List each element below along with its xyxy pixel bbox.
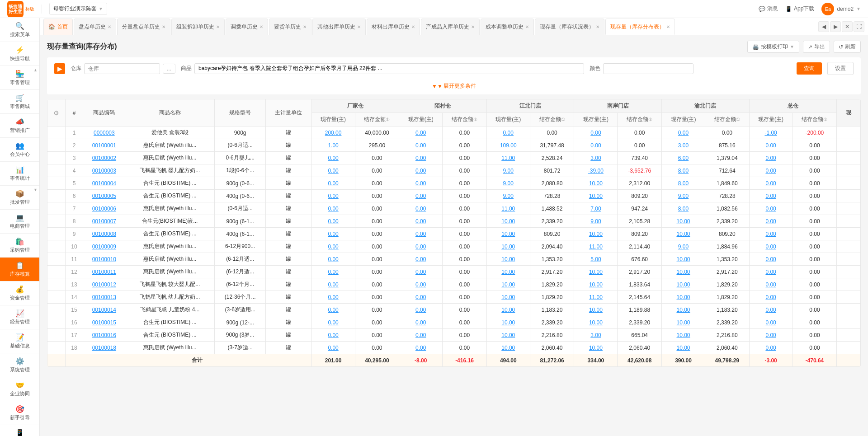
tab-transfer[interactable]: 调拨单历史 ✕ xyxy=(226,19,268,35)
th-unit: 主计量单位 xyxy=(266,99,311,127)
tab-stockdist[interactable]: 现存量（库存分布表） ✕ xyxy=(605,19,675,35)
sidebar-item-wholesale[interactable]: 📦 批发管理 ▼ xyxy=(0,186,39,210)
chevron-down-icon4: ▼ xyxy=(790,44,794,49)
th-settings[interactable]: ⚙ xyxy=(47,99,66,127)
enterprise-icon: 🤝 xyxy=(2,381,38,389)
tab-productin[interactable]: 产成品入库单历史 ✕ xyxy=(421,19,480,35)
close-icon[interactable]: ✕ xyxy=(471,24,475,29)
sidebar-item-basic[interactable]: 📝 基础信息 xyxy=(0,329,39,353)
close-icon[interactable]: ✕ xyxy=(108,24,111,29)
sidebar-item-guide[interactable]: 🎯 新手引导 xyxy=(0,401,39,425)
user-menu[interactable]: Ea demo2 ▼ xyxy=(821,3,861,15)
operation-icon: 📈 xyxy=(2,309,38,318)
close-icon[interactable]: ✕ xyxy=(303,24,307,29)
tab-stocktable[interactable]: 现存量（库存状况表） ✕ xyxy=(535,19,604,35)
th-nanam-amt: 结存金额① xyxy=(618,113,661,127)
phone-icon: 📱 xyxy=(785,6,792,12)
table-row: 600100005合生元 (BIOSTIME) ...400g (0-6...罐… xyxy=(47,190,861,202)
header-actions: 🖨️ 按模板打印 ▼ ↗ 导出 ↺ 刷新 xyxy=(747,41,861,53)
chevron-down-icon3: ▼ xyxy=(33,188,38,192)
expand-conditions-btn[interactable]: ▼▼ 展开更多条件 xyxy=(432,82,476,90)
table-row: 1200100011惠氏启赋 (Wyeth illu...(6-12月适...罐… xyxy=(47,266,861,278)
tab-inventory2[interactable]: 分量盘点单历史 ✕ xyxy=(117,19,170,35)
sidebar-item-system[interactable]: ⚙️ 系统管理 xyxy=(0,353,39,377)
table-row: 800100007合生元(BIOSTIME)液...900g (6-1...罐0… xyxy=(47,215,861,228)
query-btn[interactable]: 查询 xyxy=(797,62,822,75)
close-icon[interactable]: ✕ xyxy=(357,24,361,29)
top-bar: 畅捷通好生意 标版 母婴行业演示陈套 ▼ 💬 消息 📱 App下载 Ea dem… xyxy=(0,0,868,18)
sidebar-item-retail-mgmt[interactable]: 🏪 零售管理 ▲ xyxy=(0,66,39,90)
search-icon: 🔍 xyxy=(2,22,38,30)
close-icon[interactable]: ✕ xyxy=(525,24,529,29)
th-jiangbei-cur: 现存量(主) xyxy=(486,113,530,127)
sidebar-item-operation[interactable]: 📈 经营管理 xyxy=(0,305,39,329)
th-current: 现 xyxy=(837,99,861,127)
color-input[interactable] xyxy=(603,63,693,74)
summary-row: 合计201.0040,295.00-8.00-416.16494.0081,27… xyxy=(47,354,861,367)
tab-next-btn[interactable]: ▶ xyxy=(830,21,841,32)
tab-expand-btn[interactable]: ⛶ xyxy=(854,21,864,32)
appcenter-icon: 📱 xyxy=(2,429,38,436)
goods-input[interactable] xyxy=(194,63,584,74)
close-icon[interactable]: ✕ xyxy=(411,24,415,29)
app-download-btn[interactable]: 📱 App下载 xyxy=(785,5,814,13)
tab-assembly[interactable]: 组装拆卸单历史 ✕ xyxy=(171,19,225,35)
sidebar: 🔍 搜索英单 ⚡ 快捷导航 🏪 零售管理 ▲ 🛒 零售商城 📣 营销推广 � xyxy=(0,18,40,436)
th-total: 总仓 xyxy=(749,99,837,113)
tab-prev-btn[interactable]: ◀ xyxy=(818,21,829,32)
sidebar-item-member[interactable]: 👥 会员中心 xyxy=(0,138,39,162)
collapse-arrow[interactable]: ▶ xyxy=(54,63,65,74)
settings-btn[interactable]: 设置 xyxy=(827,62,854,75)
sidebar-item-appcenter[interactable]: 📱 应用中心 xyxy=(0,425,39,436)
close-icon[interactable]: ✕ xyxy=(216,24,220,29)
sidebar-item-shortcuts[interactable]: ⚡ 快捷导航 xyxy=(0,42,39,66)
tab-requisition[interactable]: 要货单历史 ✕ xyxy=(269,19,311,35)
tab-close-btn[interactable]: ✕ xyxy=(842,21,853,32)
close-icon[interactable]: ✕ xyxy=(666,24,670,29)
close-icon[interactable]: ✕ xyxy=(259,24,263,29)
message-btn[interactable]: 💬 消息 xyxy=(759,5,778,13)
refresh-icon: ↺ xyxy=(839,44,843,50)
close-icon[interactable]: ✕ xyxy=(162,24,165,29)
search-row-1: ▶ 仓库 ... 商品 颜色 xyxy=(54,62,854,75)
sidebar-item-retail-stats[interactable]: 📊 零售统计 xyxy=(0,162,39,186)
th-jiangbei-amt: 结存金额① xyxy=(530,113,574,127)
logo-area: 畅捷通好生意 标版 xyxy=(7,1,34,17)
warehouse-dots-btn[interactable]: ... xyxy=(163,64,175,74)
sidebar-item-finance[interactable]: 💰 资金管理 xyxy=(0,281,39,305)
tab-costadjust[interactable]: 成本调整单历史 ✕ xyxy=(481,19,534,35)
sidebar-item-search[interactable]: 🔍 搜索英单 xyxy=(0,18,39,42)
tab-inventory1[interactable]: 盘点单历史 ✕ xyxy=(74,19,116,35)
warehouse-input[interactable] xyxy=(84,63,160,74)
member-icon: 👥 xyxy=(2,141,38,150)
th-mocun: 陌村仓 xyxy=(399,99,487,113)
page-title: 现存量查询(库存分布) xyxy=(47,42,117,52)
guide-icon: 🎯 xyxy=(2,405,38,413)
sidebar-item-retail-store[interactable]: 🛒 零售商城 xyxy=(0,90,39,114)
page-header: 现存量查询(库存分布) 🖨️ 按模板打印 ▼ ↗ 导出 ↺ xyxy=(47,41,861,53)
chevron-down-icon: ▼ xyxy=(99,6,103,11)
close-icon[interactable]: ✕ xyxy=(596,24,599,29)
sidebar-item-purchase[interactable]: 🛍️ 采购管理 xyxy=(0,234,39,258)
tab-materialout[interactable]: 材料出库单历史 ✕ xyxy=(367,19,420,35)
wholesale-icon: 📦 xyxy=(2,189,38,198)
sidebar-item-marketing[interactable]: 📣 营销推广 xyxy=(0,114,39,138)
tab-otherout[interactable]: 其他出库单历史 ✕ xyxy=(312,19,366,35)
tab-bar: 🏠 首页 盘点单历史 ✕ 分量盘点单历史 ✕ 组装拆卸单历史 ✕ 调拨单历史 xyxy=(40,18,868,35)
tab-nav-buttons: ◀ ▶ ✕ ⛶ xyxy=(818,21,864,32)
refresh-btn[interactable]: ↺ 刷新 xyxy=(834,41,861,53)
tab-home[interactable]: 🏠 首页 xyxy=(43,19,73,35)
table-row: 1500100014飞鹤星飞帆 儿童奶粉 4...(3-6岁适用...罐0.00… xyxy=(47,304,861,316)
th-mocun-cur: 现存量(主) xyxy=(399,113,443,127)
th-jiangbei: 江北门店 xyxy=(486,99,574,113)
industry-selector[interactable]: 母婴行业演示陈套 ▼ xyxy=(49,3,107,15)
main-layout: 🔍 搜索英单 ⚡ 快捷导航 🏪 零售管理 ▲ 🛒 零售商城 📣 营销推广 � xyxy=(0,18,868,436)
print-btn[interactable]: 🖨️ 按模板打印 ▼ xyxy=(747,41,799,53)
sidebar-item-enterprise[interactable]: 🤝 企业协同 xyxy=(0,377,39,401)
export-btn[interactable]: ↗ 导出 xyxy=(803,41,830,53)
table-row: 200100001惠氏启赋 (Wyeth illu...(0-6月适...罐1.… xyxy=(47,139,861,152)
sidebar-item-inventory[interactable]: 📋 库存核算 xyxy=(0,258,39,281)
sidebar-item-ecommerce[interactable]: 💻 电商管理 xyxy=(0,210,39,234)
top-bar-left: 畅捷通好生意 标版 母婴行业演示陈套 ▼ xyxy=(7,1,107,17)
th-yubei: 渝北门店 xyxy=(661,99,749,113)
